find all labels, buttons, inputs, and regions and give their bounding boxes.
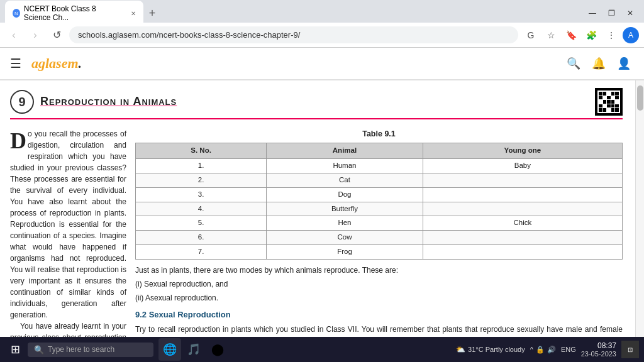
table-cell-0-2: Baby [423, 159, 622, 173]
logo-dot: . [79, 55, 82, 71]
reload-button[interactable]: ↺ [48, 26, 65, 44]
table-cell-2-2 [423, 187, 622, 202]
col-header-animal: Animal [267, 143, 423, 159]
col-header-youngone: Young one [423, 143, 622, 159]
hamburger-menu[interactable]: ☰ [10, 56, 21, 71]
date-display: 23-05-2023 [581, 350, 616, 358]
table-cell-4-1: Hen [267, 216, 423, 231]
table-cell-6-0: 7. [136, 245, 267, 260]
table-header-row: S. No. Animal Young one [136, 143, 623, 159]
chapter-title: Reproduction in Animals [40, 93, 177, 111]
up-arrow-icon[interactable]: ^ [530, 346, 533, 354]
taskbar-app-icons: 🌐 🎵 ⬤ [158, 338, 229, 361]
table-cell-5-2 [423, 231, 622, 245]
table-cell-1-1: Cat [267, 173, 423, 188]
weather-text: 31°C Partly cloudy [468, 346, 525, 353]
back-button[interactable]: ‹ [5, 26, 23, 44]
drop-cap: D [10, 129, 26, 152]
table-cell-4-2: Chick [423, 216, 622, 231]
google-icon[interactable]: G [522, 26, 540, 44]
profile-avatar[interactable]: A [623, 27, 639, 43]
tab-favicon: N [13, 9, 20, 18]
table-row: 4.Butterfly [136, 202, 623, 216]
star-icon[interactable]: ☆ [542, 26, 560, 44]
tab-title: NCERT Book Class 8 Science Ch... [24, 4, 125, 22]
system-icons: ^ 🔒 🔊 [530, 346, 556, 354]
two-column-layout: Do you recall the processes of digestion… [10, 128, 623, 362]
search-icon[interactable]: 🔍 [564, 53, 584, 74]
address-bar: ‹ › ↺ G ☆ 🔖 🧩 ⋮ A [0, 23, 644, 48]
speaker-icon: 🔊 [547, 346, 556, 354]
left-column: Do you recall the processes of digestion… [10, 128, 126, 362]
search-icon: 🔍 [34, 345, 44, 354]
right-column: Table 9.1 S. No. Animal Young one 1.Huma… [135, 128, 623, 362]
table-cell-6-1: Frog [267, 245, 423, 260]
new-tab-button[interactable]: + [143, 4, 161, 22]
forward-button[interactable]: › [26, 26, 44, 44]
start-button[interactable]: ⊞ [5, 339, 25, 359]
taskbar: ⊞ 🔍 Type here to search 🌐 🎵 ⬤ ⛅ 31°C Par… [0, 337, 644, 362]
network-icon: 🔒 [536, 346, 545, 354]
table-cell-3-1: Butterfly [267, 202, 423, 216]
time-display: 08:37 [581, 341, 616, 350]
table-cell-1-2 [423, 173, 622, 188]
book-content: 9 Reproduction in Animals Do you recall … [0, 80, 635, 362]
site-navbar: ☰ aglasem. 🔍 🔔 👤 [0, 48, 644, 80]
tab-close-btn[interactable]: ✕ [131, 10, 136, 17]
table-row: 6.Cow [136, 231, 623, 245]
table-container: Table 9.1 S. No. Animal Young one 1.Huma… [135, 128, 623, 260]
table-cell-3-0: 4. [136, 202, 267, 216]
table-cell-3-2 [423, 202, 622, 216]
right-para3: (ii) Asexual reproduction. [135, 292, 623, 304]
qr-code [595, 88, 623, 116]
table-cell-5-1: Cow [267, 231, 423, 245]
site-logo[interactable]: aglasem. [31, 55, 82, 72]
chapter-header: 9 Reproduction in Animals [10, 88, 623, 119]
clock: 08:37 23-05-2023 [581, 341, 616, 358]
show-desktop-button[interactable]: ⊡ [621, 341, 639, 358]
restore-button[interactable]: ❐ [602, 4, 620, 22]
right-para2: (i) Sexual reproduction, and [135, 278, 623, 290]
scrollbar-thumb[interactable] [637, 85, 643, 111]
table-cell-2-0: 3. [136, 187, 267, 202]
profile-icon[interactable]: 👤 [614, 53, 634, 74]
chapter-number: 9 [10, 90, 34, 114]
table-cell-6-2 [423, 245, 622, 260]
right-para1: Just as in plants, there are two modes b… [135, 265, 623, 276]
search-placeholder: Type here to search [48, 345, 114, 354]
animals-table: S. No. Animal Young one 1.HumanBaby2.Cat… [135, 143, 623, 260]
minimize-button[interactable]: — [584, 4, 601, 22]
browser-tab[interactable]: N NCERT Book Class 8 Science Ch... ✕ [5, 1, 143, 26]
table-cell-5-0: 6. [136, 231, 267, 245]
url-input[interactable] [69, 26, 518, 43]
taskbar-search[interactable]: 🔍 Type here to search [28, 343, 153, 357]
table-cell-4-0: 5. [136, 216, 267, 231]
table-row: 5.HenChick [136, 216, 623, 231]
table-cell-1-0: 2. [136, 173, 267, 188]
taskbar-music-icon[interactable]: 🎵 [182, 338, 205, 361]
taskbar-browser-icon[interactable]: 🌐 [158, 338, 181, 361]
table-row: 1.HumanBaby [136, 159, 623, 173]
taskbar-right: ⛅ 31°C Partly cloudy ^ 🔒 🔊 ENG 08:37 23-… [456, 341, 639, 358]
system-tray: ⛅ 31°C Partly cloudy [456, 345, 525, 354]
scrollbar[interactable] [635, 80, 644, 362]
main-content: 9 Reproduction in Animals Do you recall … [0, 80, 644, 362]
close-button[interactable]: ✕ [621, 4, 639, 22]
table-cell-0-0: 1. [136, 159, 267, 173]
table-row: 3.Dog [136, 187, 623, 202]
weather-icon: ⛅ [456, 345, 465, 354]
table-title: Table 9.1 [135, 128, 623, 140]
table-cell-2-1: Dog [267, 187, 423, 202]
table-row: 2.Cat [136, 173, 623, 188]
settings-icon[interactable]: ⋮ [602, 26, 620, 44]
extension-icon[interactable]: 🧩 [582, 26, 600, 44]
bookmark-icon[interactable]: 🔖 [562, 26, 580, 44]
section-92-heading: 9.2 Sexual Reproduction [135, 309, 623, 321]
bell-icon[interactable]: 🔔 [589, 53, 609, 74]
table-row: 7.Frog [136, 245, 623, 260]
intro-paragraph: Do you recall the processes of digestion… [10, 128, 126, 321]
table-cell-0-1: Human [267, 159, 423, 173]
language-label: ENG [561, 346, 576, 353]
col-header-sno: S. No. [136, 143, 267, 159]
taskbar-chrome-icon[interactable]: ⬤ [206, 338, 229, 361]
